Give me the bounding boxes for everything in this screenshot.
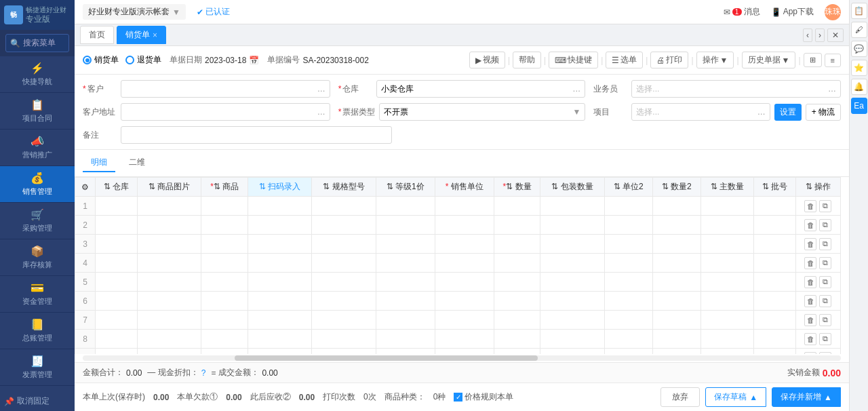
- copy-row-button[interactable]: ⧉: [819, 219, 831, 231]
- delete-row-button[interactable]: 🗑: [804, 295, 816, 307]
- table-cell[interactable]: [540, 330, 604, 349]
- sidebar-item-marketing[interactable]: 📣 营销推广: [0, 130, 75, 166]
- table-cell[interactable]: [248, 197, 311, 216]
- table-cell[interactable]: [435, 216, 494, 235]
- table-cell[interactable]: [138, 235, 201, 254]
- tab-sales-order[interactable]: 销货单 ×: [117, 26, 166, 44]
- copy-row-button[interactable]: ⧉: [819, 333, 831, 345]
- table-cell[interactable]: [201, 197, 248, 216]
- col-scan[interactable]: ⇅ 扫码录入: [248, 178, 311, 197]
- invoice-select[interactable]: 不开票 ▼: [379, 103, 585, 121]
- tab-home[interactable]: 首页: [80, 26, 114, 44]
- customer-input[interactable]: …: [121, 80, 330, 98]
- table-cell[interactable]: [604, 311, 652, 330]
- warehouse-picker-icon[interactable]: …: [572, 84, 580, 94]
- table-cell[interactable]: [376, 273, 435, 292]
- table-cell[interactable]: [652, 349, 701, 355]
- table-cell[interactable]: [540, 216, 604, 235]
- table-cell[interactable]: [701, 254, 753, 273]
- table-cell[interactable]: [754, 254, 796, 273]
- operate-button[interactable]: 操作 ▼: [696, 52, 734, 68]
- table-cell[interactable]: [312, 254, 376, 273]
- table-cell[interactable]: [604, 273, 652, 292]
- delete-row-button[interactable]: 🗑: [804, 257, 816, 269]
- abandon-button[interactable]: 放弃: [660, 387, 700, 407]
- grid-view-button[interactable]: ⊞: [804, 53, 822, 67]
- col-gear[interactable]: ⚙: [75, 178, 96, 197]
- table-cell[interactable]: [604, 330, 652, 349]
- table-cell[interactable]: [494, 292, 540, 311]
- table-cell[interactable]: [701, 349, 753, 355]
- help-icon[interactable]: ?: [201, 368, 206, 378]
- delete-row-button[interactable]: 🗑: [804, 219, 816, 231]
- tab-detail[interactable]: 明细: [83, 154, 115, 172]
- project-picker-icon[interactable]: …: [757, 107, 766, 117]
- sidebar-item-fund[interactable]: 💳 资金管理: [0, 276, 75, 313]
- app-download-button[interactable]: 📱 App下载: [771, 6, 814, 18]
- copy-row-button[interactable]: ⧉: [819, 352, 831, 355]
- sidebar-item-invoicing[interactable]: 🧾 发票管理: [0, 349, 75, 386]
- tab-close-icon[interactable]: ×: [153, 31, 157, 40]
- table-cell[interactable]: [494, 273, 540, 292]
- right-panel-btn-3[interactable]: 💬: [851, 41, 867, 57]
- table-cell[interactable]: [604, 292, 652, 311]
- right-panel-btn-4[interactable]: ⭐: [851, 60, 867, 76]
- right-panel-btn-1[interactable]: 📋: [851, 3, 867, 19]
- table-cell[interactable]: [754, 235, 796, 254]
- table-cell[interactable]: [652, 273, 701, 292]
- table-cell[interactable]: [376, 292, 435, 311]
- radio-return[interactable]: 退货单: [125, 54, 161, 66]
- copy-row-button[interactable]: ⧉: [819, 276, 831, 288]
- delete-row-button[interactable]: 🗑: [804, 200, 816, 212]
- table-cell[interactable]: [494, 235, 540, 254]
- table-cell[interactable]: [435, 235, 494, 254]
- table-cell[interactable]: [312, 311, 376, 330]
- warehouse-input[interactable]: 小卖仓库 …: [376, 80, 586, 98]
- table-cell[interactable]: [494, 254, 540, 273]
- table-cell[interactable]: [201, 330, 248, 349]
- table-cell[interactable]: [312, 292, 376, 311]
- table-cell[interactable]: [540, 349, 604, 355]
- table-cell[interactable]: [96, 330, 138, 349]
- delete-row-button[interactable]: 🗑: [804, 314, 816, 326]
- table-cell[interactable]: [754, 273, 796, 292]
- sidebar-item-accounting[interactable]: 📒 总账管理: [0, 313, 75, 349]
- table-cell[interactable]: [248, 254, 311, 273]
- copy-row-button[interactable]: ⧉: [819, 200, 831, 212]
- table-cell[interactable]: [96, 311, 138, 330]
- delete-row-button[interactable]: 🗑: [804, 276, 816, 288]
- price-check[interactable]: ✓ 价格规则本单: [454, 391, 513, 403]
- print-button[interactable]: 🖨 打印: [650, 52, 688, 68]
- table-cell[interactable]: [138, 216, 201, 235]
- table-cell[interactable]: [376, 216, 435, 235]
- table-cell[interactable]: [754, 311, 796, 330]
- sidebar-item-quick-nav[interactable]: ⚡ 快捷导航: [0, 56, 75, 93]
- table-cell[interactable]: [754, 216, 796, 235]
- help-button[interactable]: 帮助: [513, 52, 541, 68]
- table-cell[interactable]: [376, 330, 435, 349]
- note-input[interactable]: [121, 126, 392, 144]
- history-button[interactable]: 历史单据 ▼: [742, 52, 796, 68]
- copy-row-button[interactable]: ⧉: [819, 238, 831, 250]
- table-cell[interactable]: [96, 273, 138, 292]
- delete-row-button[interactable]: 🗑: [804, 352, 816, 355]
- table-cell[interactable]: [754, 330, 796, 349]
- shortcut-button[interactable]: ⌨ 快捷键: [549, 52, 598, 68]
- table-cell[interactable]: [701, 197, 753, 216]
- copy-row-button[interactable]: ⧉: [819, 314, 831, 326]
- table-cell[interactable]: [701, 330, 753, 349]
- user-avatar[interactable]: 珠珠: [825, 4, 841, 20]
- project-input[interactable]: 选择... …: [631, 103, 770, 121]
- table-cell[interactable]: [435, 197, 494, 216]
- table-cell[interactable]: [376, 254, 435, 273]
- sidebar-item-project[interactable]: 📋 项目合同: [0, 93, 75, 130]
- sidebar-search[interactable]: 🔍 搜索菜单: [0, 30, 75, 56]
- tab-prev-button[interactable]: ‹: [803, 28, 812, 42]
- table-cell[interactable]: [248, 292, 311, 311]
- save-new-button[interactable]: 保存并新增 ▲: [772, 387, 841, 407]
- table-cell[interactable]: [138, 311, 201, 330]
- table-cell[interactable]: [435, 254, 494, 273]
- table-cell[interactable]: [376, 235, 435, 254]
- sidebar-cancel-fixed[interactable]: 📌 取消固定: [0, 391, 75, 411]
- table-cell[interactable]: [604, 349, 652, 355]
